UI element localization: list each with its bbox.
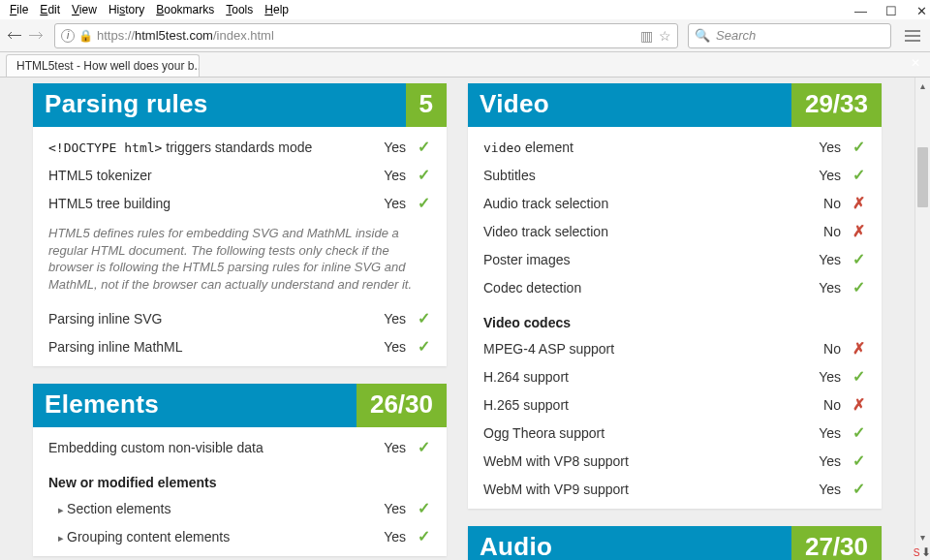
test-label: Parsing inline MathML bbox=[48, 339, 384, 355]
test-label: <!DOCTYPE html> triggers standards mode bbox=[48, 140, 384, 155]
test-row: Video track selectionNo✗ bbox=[468, 217, 882, 245]
test-label: WebM with VP8 support bbox=[483, 453, 819, 469]
lock-icon: 🔒 bbox=[78, 29, 93, 43]
back-button[interactable]: 🡐 bbox=[6, 27, 23, 45]
scroll-thumb[interactable] bbox=[917, 147, 928, 207]
test-label: HTML5 tokenizer bbox=[48, 168, 384, 183]
test-row: Section elementsYes✓ bbox=[33, 494, 447, 522]
test-value: Yes bbox=[384, 339, 406, 355]
forward-button[interactable]: 🡒 bbox=[27, 27, 45, 45]
url-bar[interactable]: i 🔒 https://html5test.com/index.html ▥☆ bbox=[54, 23, 678, 48]
test-value: Yes bbox=[384, 196, 406, 211]
test-value: Yes bbox=[819, 425, 841, 441]
panel-video: Video 29/33 video elementYes✓SubtitlesYe… bbox=[468, 83, 882, 509]
tab-close[interactable]: ✕ bbox=[911, 56, 920, 70]
test-label: Section elements bbox=[58, 501, 384, 516]
check-icon: ✓ bbox=[851, 138, 866, 156]
menu-view[interactable]: View bbox=[66, 1, 103, 18]
test-row: <!DOCTYPE html> triggers standards modeY… bbox=[33, 133, 447, 161]
cross-icon: ✗ bbox=[851, 222, 866, 240]
test-value: Yes bbox=[384, 529, 406, 544]
check-icon: ✓ bbox=[851, 423, 866, 442]
test-label: H.265 support bbox=[483, 397, 823, 413]
panel-score: 26/30 bbox=[356, 384, 447, 427]
page-viewport: Parsing rules 5 <!DOCTYPE html> triggers… bbox=[0, 78, 930, 560]
test-label: Poster images bbox=[483, 252, 819, 267]
test-label: H.264 support bbox=[483, 369, 819, 385]
scroll-track[interactable] bbox=[915, 93, 930, 529]
left-column: Parsing rules 5 <!DOCTYPE html> triggers… bbox=[33, 83, 447, 560]
window-maximize[interactable]: ☐ bbox=[880, 2, 893, 20]
test-label: HTML5 tree building bbox=[48, 196, 384, 211]
scroll-down-arrow[interactable]: ▾ bbox=[915, 529, 930, 544]
site-info-icon[interactable]: i bbox=[61, 29, 75, 43]
test-value: No bbox=[823, 341, 841, 357]
menu-edit[interactable]: Edit bbox=[34, 1, 66, 18]
download-icon[interactable]: ⬇ bbox=[921, 545, 930, 559]
test-value: No bbox=[823, 196, 841, 211]
panel-score: 5 bbox=[406, 83, 447, 127]
test-value: Yes bbox=[819, 252, 841, 267]
tab-html5test[interactable]: HTML5test - How well does your b... bbox=[6, 54, 200, 77]
test-row: Parsing inline SVGYes✓ bbox=[33, 304, 447, 332]
panel-subheading: Video codecs bbox=[468, 301, 882, 334]
search-icon: 🔍 bbox=[695, 28, 710, 43]
url-text: https://html5test.com/index.html bbox=[97, 28, 636, 43]
reader-mode-icon[interactable]: ▥ bbox=[640, 28, 653, 44]
test-row: Embedding custom non-visible dataYes✓ bbox=[33, 433, 447, 461]
test-row: H.265 supportNo✗ bbox=[468, 390, 882, 419]
noscript-icon[interactable]: S bbox=[914, 547, 920, 558]
bookmark-star-icon[interactable]: ☆ bbox=[659, 28, 671, 44]
cross-icon: ✗ bbox=[851, 194, 866, 212]
test-label: Audio track selection bbox=[483, 196, 823, 211]
check-icon: ✓ bbox=[416, 166, 431, 184]
panel-body: <!DOCTYPE html> triggers standards modeY… bbox=[33, 127, 447, 366]
scroll-up-arrow[interactable]: ▴ bbox=[915, 78, 930, 93]
panel-title: Audio bbox=[468, 526, 791, 560]
check-icon: ✓ bbox=[416, 138, 431, 156]
menu-history[interactable]: History bbox=[103, 1, 150, 18]
test-value: Yes bbox=[384, 311, 406, 327]
menu-tools[interactable]: Tools bbox=[220, 1, 259, 18]
cross-icon: ✗ bbox=[851, 339, 866, 358]
test-label: Parsing inline SVG bbox=[48, 311, 384, 327]
test-value: Yes bbox=[384, 168, 406, 183]
test-label: video element bbox=[483, 140, 819, 155]
test-row: WebM with VP8 supportYes✓ bbox=[468, 447, 882, 475]
test-value: No bbox=[823, 224, 841, 239]
check-icon: ✓ bbox=[851, 451, 866, 470]
check-icon: ✓ bbox=[851, 278, 866, 296]
check-icon: ✓ bbox=[416, 499, 431, 517]
tab-title: HTML5test - How well does your b... bbox=[16, 59, 200, 73]
panel-subheading: New or modified elements bbox=[33, 461, 447, 494]
window-close[interactable]: ✕ bbox=[911, 2, 924, 20]
window-minimize[interactable]: — bbox=[849, 2, 862, 20]
test-value: Yes bbox=[819, 140, 841, 155]
panel-title: Parsing rules bbox=[33, 83, 406, 127]
test-label: Embedding custom non-visible data bbox=[48, 440, 384, 455]
test-value: Yes bbox=[384, 501, 406, 516]
toolbar: 🡐 🡒 i 🔒 https://html5test.com/index.html… bbox=[0, 19, 930, 52]
test-row: Poster imagesYes✓ bbox=[468, 245, 882, 273]
panel-note: HTML5 defines rules for embedding SVG an… bbox=[33, 217, 447, 304]
check-icon: ✓ bbox=[416, 337, 431, 356]
check-icon: ✓ bbox=[851, 250, 866, 268]
menu-help[interactable]: Help bbox=[259, 1, 294, 18]
menu-file[interactable]: File bbox=[4, 1, 34, 18]
test-value: Yes bbox=[819, 168, 841, 183]
cross-icon: ✗ bbox=[851, 395, 866, 414]
panel-title: Video bbox=[468, 83, 791, 127]
hamburger-menu[interactable] bbox=[901, 30, 924, 42]
test-value: Yes bbox=[384, 440, 406, 455]
test-label: Subtitles bbox=[483, 168, 819, 183]
status-corner: S ⬇ bbox=[914, 544, 930, 560]
test-row: H.264 supportYes✓ bbox=[468, 362, 882, 390]
check-icon: ✓ bbox=[851, 367, 866, 386]
test-row: MPEG-4 ASP supportNo✗ bbox=[468, 334, 882, 362]
panel-score: 29/33 bbox=[791, 83, 882, 127]
panel-audio: Audio 27/30 bbox=[468, 526, 882, 560]
vertical-scrollbar[interactable]: ▴ ▾ bbox=[914, 78, 930, 544]
menu-bookmarks[interactable]: Bookmarks bbox=[150, 1, 220, 18]
test-row: SubtitlesYes✓ bbox=[468, 161, 882, 189]
search-bar[interactable]: 🔍 Search bbox=[688, 23, 891, 48]
